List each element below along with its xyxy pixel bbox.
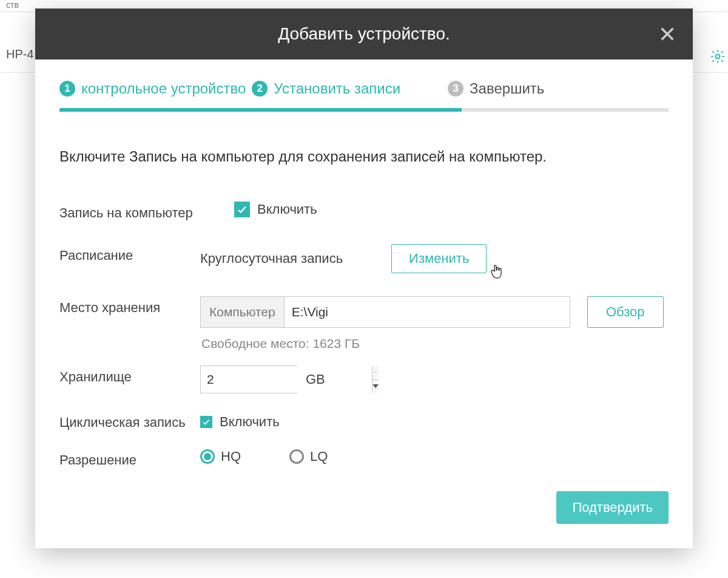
resolution-lq-radio[interactable]: LQ bbox=[289, 449, 328, 464]
row-schedule: Расписание Круглосуточная запись Изменит… bbox=[59, 244, 669, 273]
storage-size-input[interactable] bbox=[201, 366, 372, 393]
label-storage-path: Место хранения bbox=[59, 296, 200, 316]
stepper-down[interactable] bbox=[372, 380, 379, 393]
browse-button[interactable]: Обзор bbox=[587, 296, 664, 328]
settings-form: Запись на компьютер Включить Расписание bbox=[59, 202, 669, 468]
step-number: 2 bbox=[252, 81, 268, 97]
modal-body: 1 контрольное устройство 2 Установить за… bbox=[35, 59, 693, 548]
checkbox-label: Включить bbox=[257, 202, 317, 217]
radio-icon bbox=[289, 449, 304, 464]
row-resolution: Разрешение HQ LQ bbox=[59, 449, 669, 468]
check-icon bbox=[234, 202, 250, 217]
radio-label: HQ bbox=[221, 449, 241, 464]
checkbox-label: Включить bbox=[220, 414, 280, 430]
free-space-text: Свободное место: 1623 ГБ bbox=[200, 336, 664, 351]
enable-record-checkbox[interactable]: Включить bbox=[234, 202, 317, 217]
row-loop-record: Циклическая запись Включить bbox=[59, 410, 669, 432]
storage-path-input[interactable] bbox=[285, 297, 570, 327]
wizard-progress bbox=[59, 108, 669, 112]
step-label: контрольное устройство bbox=[81, 80, 246, 97]
label-record-to-pc: Запись на компьютер bbox=[59, 202, 200, 221]
row-storage-size: Хранилище GB bbox=[59, 365, 669, 393]
storage-path-field: Компьютер bbox=[200, 296, 570, 328]
modal-header: Добавить устройство. bbox=[35, 8, 693, 59]
step-number: 1 bbox=[59, 81, 75, 97]
add-device-modal: Добавить устройство. 1 контрольное устро… bbox=[35, 8, 693, 548]
resolution-hq-radio[interactable]: HQ bbox=[200, 449, 241, 464]
storage-size-unit: GB bbox=[306, 372, 325, 387]
step-set-records[interactable]: 2 Установить записи bbox=[252, 80, 400, 97]
change-schedule-button[interactable]: Изменить bbox=[391, 244, 487, 273]
radio-icon bbox=[200, 449, 215, 464]
schedule-value: Круглосуточная запись bbox=[200, 251, 343, 267]
step-control-device[interactable]: 1 контрольное устройство bbox=[59, 80, 246, 97]
confirm-button[interactable]: Подтвердить bbox=[556, 491, 669, 524]
wizard-progress-fill bbox=[59, 108, 462, 112]
storage-size-stepper[interactable] bbox=[200, 365, 297, 393]
step-label: Установить записи bbox=[274, 80, 400, 97]
modal-overlay: Добавить устройство. 1 контрольное устро… bbox=[0, 0, 728, 578]
row-record-to-pc: Запись на компьютер Включить bbox=[59, 202, 669, 221]
modal-footer: Подтвердить bbox=[59, 491, 669, 524]
close-icon[interactable] bbox=[659, 25, 676, 42]
path-prefix: Компьютер bbox=[201, 297, 285, 327]
label-schedule: Расписание bbox=[59, 244, 200, 264]
wizard-stepper: 1 контрольное устройство 2 Установить за… bbox=[59, 80, 669, 97]
step-number: 3 bbox=[448, 81, 463, 97]
step-label: Завершить bbox=[470, 80, 544, 97]
stepper-up[interactable] bbox=[372, 366, 379, 380]
row-storage-path: Место хранения Компьютер Обзор Свободное… bbox=[59, 296, 669, 351]
check-icon bbox=[200, 416, 212, 428]
loop-record-checkbox[interactable]: Включить bbox=[200, 414, 280, 430]
step-finish[interactable]: 3 Завершить bbox=[448, 80, 544, 97]
instruction-text: Включите Запись на компьютер для сохране… bbox=[59, 148, 669, 165]
modal-title: Добавить устройство. bbox=[278, 24, 450, 44]
label-resolution: Разрешение bbox=[59, 449, 200, 468]
radio-label: LQ bbox=[310, 449, 328, 464]
label-storage-size: Хранилище bbox=[59, 365, 200, 385]
label-loop-record: Циклическая запись bbox=[59, 410, 200, 432]
